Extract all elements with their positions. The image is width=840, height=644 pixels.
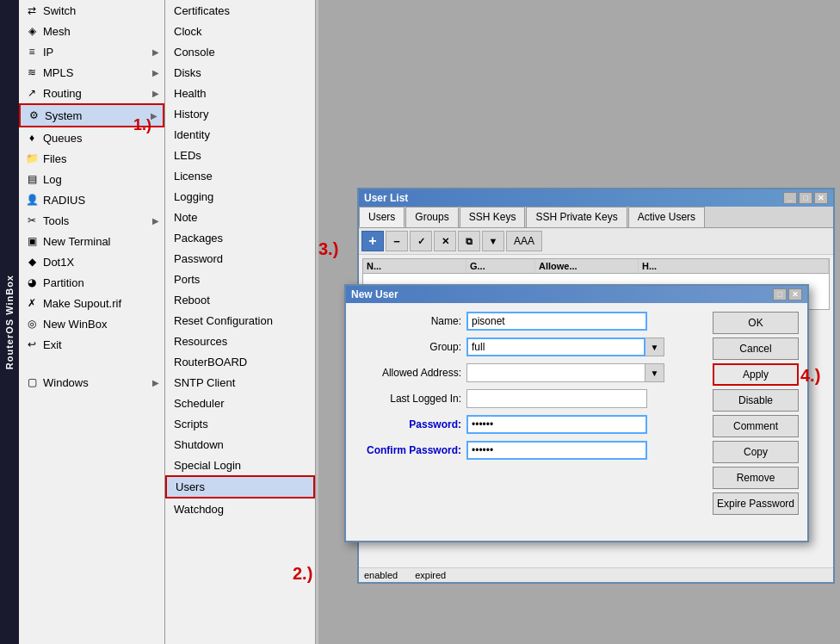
aaa-button[interactable]: AAA (506, 231, 542, 251)
group-dropdown-button[interactable]: ▼ (645, 337, 664, 356)
submenu-item-special-login[interactable]: Special Login (165, 455, 315, 475)
group-input[interactable] (466, 337, 645, 356)
password-input[interactable] (466, 415, 647, 434)
sidebar-item-label: RADIUS (43, 194, 159, 207)
tab-groups[interactable]: Groups (405, 207, 458, 227)
submenu-item-clock[interactable]: Clock (165, 21, 315, 41)
sidebar-item-label: Routing (43, 87, 152, 100)
apply-button[interactable]: Apply (713, 363, 799, 386)
submenu-item-certificates[interactable]: Certificates (165, 0, 315, 21)
last-logged-in-label: Last Logged In: (355, 393, 466, 405)
submenu-item-password[interactable]: Password (165, 248, 315, 269)
sidebar-item-label: Dot1X (43, 256, 159, 269)
submenu-item-routerboard[interactable]: RouterBOARD (165, 351, 315, 372)
last-logged-in-input[interactable] (466, 389, 647, 408)
submenu-item-resources[interactable]: Resources (165, 331, 315, 351)
system-icon: ⚙ (26, 108, 41, 123)
close-button[interactable]: ✕ (814, 192, 828, 204)
sidebar-item-tools[interactable]: ✂ Tools ▶ (19, 210, 164, 231)
sidebar-item-new-winbox[interactable]: ◎ New WinBox (19, 313, 164, 334)
name-input[interactable] (466, 312, 647, 331)
sidebar-item-log[interactable]: ▤ Log (19, 169, 164, 189)
minimize-button[interactable]: _ (783, 192, 797, 204)
submenu-item-history[interactable]: History (165, 103, 315, 124)
submenu-item-identity[interactable]: Identity (165, 124, 315, 145)
add-user-button[interactable]: + (361, 231, 384, 251)
sidebar-item-switch[interactable]: ⇄ Switch (19, 0, 164, 21)
sidebar-item-new-terminal[interactable]: ▣ New Terminal (19, 231, 164, 251)
expire-password-button[interactable]: Expire Password (713, 492, 799, 515)
submenu-item-scheduler[interactable]: Scheduler (165, 393, 315, 413)
sidebar-item-make-supout[interactable]: ✗ Make Supout.rif (19, 293, 164, 313)
submenu-item-ports[interactable]: Ports (165, 269, 315, 289)
submenu-item-disks[interactable]: Disks (165, 62, 315, 83)
col-header-name: N... (363, 259, 466, 273)
password-label: Password: (355, 418, 466, 430)
group-field-container: ▼ (466, 337, 664, 356)
new-user-dialog: New User □ ✕ Name: Group: ▼ Allowed Ad (344, 284, 809, 542)
copy-button[interactable]: ⧉ (458, 231, 480, 251)
submenu-item-reboot[interactable]: Reboot (165, 289, 315, 310)
sidebar-item-queues[interactable]: ♦ Queues (19, 127, 164, 148)
group-row: Group: ▼ (355, 337, 704, 356)
dialog-title: New User (351, 288, 398, 300)
tab-users[interactable]: Users (359, 207, 405, 227)
sidebar-item-files[interactable]: 📁 Files (19, 148, 164, 169)
sidebar-item-ip[interactable]: ≡ IP ▶ (19, 41, 164, 62)
submenu-item-sntp[interactable]: SNTP Client (165, 372, 315, 393)
submenu-item-watchdog[interactable]: Watchdog (165, 498, 315, 519)
tab-active-users[interactable]: Active Users (628, 207, 705, 227)
sidebar-item-label: Windows (43, 376, 152, 389)
submenu-item-leds[interactable]: LEDs (165, 145, 315, 165)
submenu-item-scripts[interactable]: Scripts (165, 413, 315, 434)
submenu-item-packages[interactable]: Packages (165, 227, 315, 248)
exit-icon: ↩ (24, 337, 40, 352)
submenu-item-license[interactable]: License (165, 165, 315, 186)
submenu-item-health[interactable]: Health (165, 83, 315, 103)
submenu-item-note[interactable]: Note (165, 207, 315, 227)
submenu-item-shutdown[interactable]: Shutdown (165, 434, 315, 455)
tab-ssh-keys[interactable]: SSH Keys (460, 207, 526, 227)
cross-button[interactable]: ✕ (434, 231, 456, 251)
sidebar-item-windows[interactable]: ▢ Windows ▶ (19, 372, 164, 393)
sidebar-item-dot1x[interactable]: ◆ Dot1X (19, 251, 164, 272)
col-header-allowed: Allowe... (535, 259, 639, 273)
submenu-item-reset-config[interactable]: Reset Configuration (165, 310, 315, 331)
confirm-password-input[interactable] (466, 441, 647, 460)
status-bar: enabled expired (359, 567, 833, 582)
allowed-address-dropdown-button[interactable]: ▼ (645, 363, 664, 382)
disable-button[interactable]: Disable (713, 389, 799, 412)
arrow-icon: ▶ (152, 378, 159, 387)
routing-icon: ↗ (24, 85, 40, 101)
tab-ssh-private-keys[interactable]: SSH Private Keys (526, 207, 627, 227)
remove-button[interactable]: Remove (713, 467, 799, 489)
allowed-address-input[interactable] (466, 363, 645, 382)
supout-icon: ✗ (24, 295, 40, 311)
dialog-body: Name: Group: ▼ Allowed Address: ▼ (346, 303, 807, 523)
copy-dialog-button[interactable]: Copy (713, 441, 799, 463)
arrow-icon: ▶ (152, 47, 159, 57)
dialog-close-button[interactable]: ✕ (788, 288, 802, 300)
remove-user-button[interactable]: − (386, 231, 408, 251)
sidebar-item-radius[interactable]: 👤 RADIUS (19, 189, 164, 210)
maximize-button[interactable]: □ (799, 192, 812, 204)
sidebar-item-system[interactable]: ⚙ System ▶ (19, 103, 164, 127)
submenu-item-users[interactable]: Users (165, 475, 315, 498)
switch-icon: ⇄ (24, 3, 40, 18)
sidebar-item-mpls[interactable]: ≋ MPLS ▶ (19, 62, 164, 83)
check-button[interactable]: ✓ (410, 231, 432, 251)
ok-button[interactable]: OK (713, 312, 799, 334)
confirm-password-label: Confirm Password: (355, 444, 466, 456)
col-header-lastlogged: H... (639, 259, 829, 273)
dialog-minimize-button[interactable]: □ (773, 288, 787, 300)
sidebar-item-exit[interactable]: ↩ Exit (19, 334, 164, 355)
sidebar-item-partition[interactable]: ◕ Partition (19, 272, 164, 293)
cancel-button[interactable]: Cancel (713, 337, 799, 360)
submenu-item-logging[interactable]: Logging (165, 186, 315, 207)
submenu-item-console[interactable]: Console (165, 41, 315, 62)
sidebar-item-routing[interactable]: ↗ Routing ▶ (19, 83, 164, 103)
filter-button[interactable]: ▼ (482, 231, 504, 251)
partition-icon: ◕ (24, 275, 40, 290)
sidebar-item-mesh[interactable]: ◈ Mesh (19, 21, 164, 41)
comment-button[interactable]: Comment (713, 415, 799, 437)
